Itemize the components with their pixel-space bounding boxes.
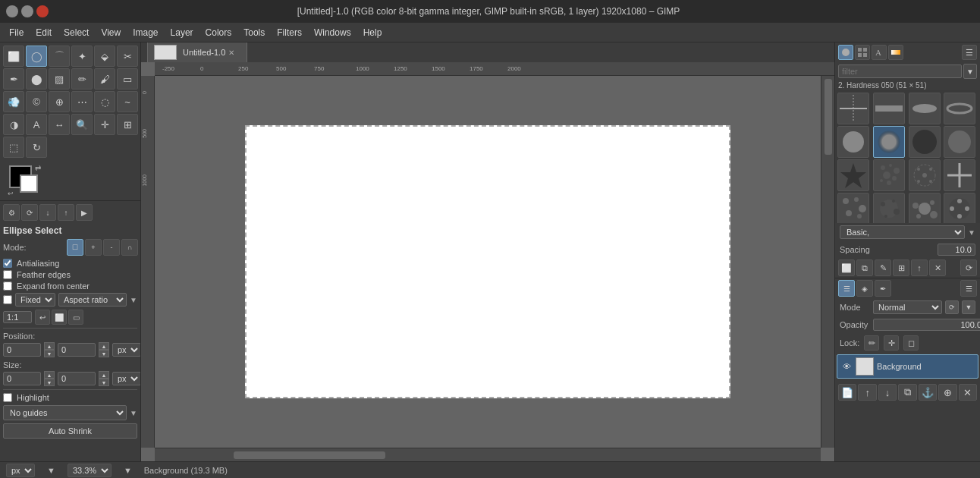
size-unit-select[interactable]: px <box>112 372 140 385</box>
lock-pixels-button[interactable]: ✏ <box>864 335 879 351</box>
maximize-button[interactable] <box>21 5 33 17</box>
tool-heal[interactable]: ⊕ <box>49 91 70 112</box>
tool-paintbrush[interactable]: 🖌 <box>94 68 115 90</box>
close-button[interactable] <box>36 5 49 17</box>
tool-dodge-burn[interactable]: ◑ <box>3 114 24 135</box>
brush-export-button[interactable]: ↑ <box>911 259 928 276</box>
brush-delete-button[interactable]: ✕ <box>929 259 946 276</box>
brush-cell-star[interactable] <box>837 159 869 191</box>
status-unit-select[interactable]: px <box>6 464 35 477</box>
tool-airbrush[interactable]: 💨 <box>3 91 24 112</box>
status-zoom-select[interactable]: 33.3% <box>68 464 112 477</box>
tab-close-button[interactable]: ✕ <box>228 49 234 57</box>
tool-fuzzy-select[interactable]: ✦ <box>71 46 93 67</box>
lock-position-button[interactable]: ✛ <box>884 335 899 351</box>
expand-from-center-checkbox[interactable] <box>3 281 12 291</box>
spacing-input[interactable] <box>938 244 975 256</box>
tool-crop[interactable]: ⬚ <box>3 137 24 158</box>
menu-windows[interactable]: Windows <box>308 25 357 40</box>
brush-cell-splatter4[interactable] <box>873 193 905 223</box>
preset-select[interactable]: Basic, <box>840 225 965 239</box>
size-w-up[interactable]: ▲ <box>44 371 55 379</box>
layer-duplicate-button[interactable]: ⧉ <box>898 384 916 401</box>
ratio-reset-button[interactable]: ↩ <box>35 310 50 325</box>
menu-tools[interactable]: Tools <box>237 25 271 40</box>
ratio-portrait-button[interactable]: ⬜ <box>52 310 67 325</box>
guides-select[interactable]: No guides <box>3 405 127 420</box>
ratio-value-input[interactable] <box>3 311 32 323</box>
position-x-input[interactable] <box>3 343 41 357</box>
menu-view[interactable]: View <box>95 25 127 40</box>
tool-align[interactable]: ⊞ <box>117 114 138 135</box>
tool-options-icon-3[interactable]: ↓ <box>39 204 56 221</box>
layer-anchor-button[interactable]: ⚓ <box>919 384 937 401</box>
brush-cell-splatter1[interactable] <box>873 159 905 191</box>
size-h-input[interactable] <box>58 372 96 385</box>
brush-cell-splatter3[interactable] <box>837 193 869 223</box>
channels-tab[interactable]: ◈ <box>856 280 873 297</box>
tool-text[interactable]: A <box>26 114 47 135</box>
panel-menu-button[interactable]: ☰ <box>962 45 977 60</box>
reset-colors-button[interactable]: ↩ <box>8 190 14 197</box>
brush-edit-button[interactable]: ✎ <box>875 259 891 276</box>
brush-cell-6[interactable] <box>909 126 941 158</box>
tool-ellipse-select[interactable]: ◯ <box>26 46 47 67</box>
layer-mode-reset[interactable]: ⟳ <box>945 300 959 314</box>
minimize-button[interactable] <box>6 5 18 17</box>
mode-replace[interactable]: ☐ <box>67 239 83 256</box>
layers-tab[interactable]: ☰ <box>838 280 855 297</box>
layers-panel-menu[interactable]: ☰ <box>960 280 977 297</box>
pos-x-up[interactable]: ▲ <box>44 342 55 350</box>
tool-select-by-color[interactable]: ⬙ <box>94 46 115 67</box>
tool-perspective-clone[interactable]: ⋯ <box>71 91 93 112</box>
feather-edges-checkbox[interactable] <box>3 270 12 279</box>
tool-smudge[interactable]: ~ <box>117 91 138 112</box>
menu-file[interactable]: File <box>3 25 30 40</box>
fonts-tab-icon[interactable]: A <box>872 45 887 60</box>
menu-layer[interactable]: Layer <box>165 25 199 40</box>
swap-colors-button[interactable]: ⇄ <box>35 164 41 172</box>
antialiasing-checkbox[interactable] <box>3 259 12 268</box>
tool-move[interactable]: ✛ <box>94 114 115 135</box>
background-color[interactable] <box>20 175 38 193</box>
brush-cell-cross[interactable] <box>944 159 975 191</box>
tool-pencil[interactable]: ✏ <box>71 68 93 90</box>
brush-new-button[interactable]: ⬜ <box>838 259 855 276</box>
size-h-up[interactable]: ▲ <box>99 371 109 379</box>
patterns-tab-icon[interactable] <box>855 45 870 60</box>
tool-measure[interactable]: ↔ <box>49 114 70 135</box>
gradients-tab-icon[interactable] <box>888 45 903 60</box>
brush-filter-dropdown[interactable]: ▼ <box>963 64 977 79</box>
tool-options-expand[interactable]: ▶ <box>76 204 93 221</box>
aspect-ratio-select[interactable]: Aspect ratio <box>58 293 127 307</box>
auto-shrink-button[interactable]: Auto Shrink <box>3 423 137 439</box>
menu-colors[interactable]: Colors <box>199 25 238 40</box>
brush-cell-active[interactable] <box>873 126 905 158</box>
layer-merge-button[interactable]: ⊕ <box>938 384 956 401</box>
menu-select[interactable]: Select <box>58 25 95 40</box>
layer-delete-button[interactable]: ✕ <box>959 384 977 401</box>
layer-mode-arrow[interactable]: ▼ <box>962 300 975 314</box>
layer-lower-button[interactable]: ↓ <box>878 384 897 401</box>
brush-cell-7[interactable] <box>944 126 975 158</box>
fixed-checkbox[interactable] <box>3 295 12 304</box>
size-w-input[interactable] <box>3 372 41 385</box>
tool-blend[interactable]: ▨ <box>49 68 70 90</box>
lock-alpha-button[interactable]: ◻ <box>903 335 919 351</box>
pos-y-down[interactable]: ▼ <box>99 350 109 357</box>
menu-filters[interactable]: Filters <box>271 25 308 40</box>
highlight-checkbox[interactable] <box>3 393 12 402</box>
brush-paste-button[interactable]: ⊞ <box>893 259 909 276</box>
menu-image[interactable]: Image <box>127 25 164 40</box>
horizontal-scrollbar[interactable] <box>155 448 821 461</box>
fixed-select[interactable]: Fixed <box>15 293 55 307</box>
size-h-down[interactable]: ▼ <box>99 379 109 386</box>
brush-cell-2[interactable] <box>909 93 941 124</box>
brush-cell-0[interactable] <box>837 93 869 124</box>
tool-blur[interactable]: ◌ <box>94 91 115 112</box>
tool-paint-bucket[interactable]: ⬤ <box>26 68 47 90</box>
tool-zoom[interactable]: 🔍 <box>71 114 93 135</box>
layer-mode-select[interactable]: Normal <box>873 300 942 314</box>
paths-tab[interactable]: ✒ <box>875 280 891 297</box>
brush-duplicate-button[interactable]: ⧉ <box>856 259 873 276</box>
